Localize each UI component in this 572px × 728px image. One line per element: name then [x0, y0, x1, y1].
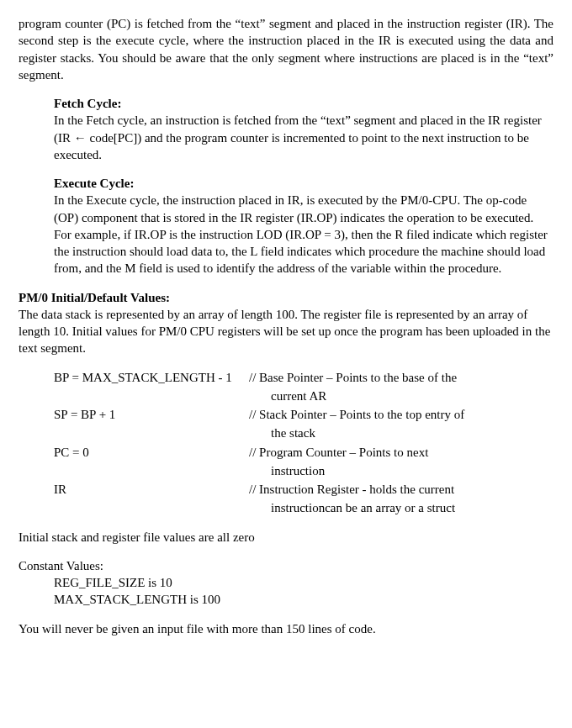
execute-title: Execute Cycle: [54, 175, 553, 192]
footer-text: You will never be given an input file wi… [19, 620, 553, 637]
pc-left: PC = 0 [54, 444, 249, 461]
bp-right2: current AR [249, 388, 553, 404]
bp-right1: // Base Pointer – Points to the base of … [249, 369, 553, 386]
pc-right1: // Program Counter – Points to next [249, 444, 553, 461]
bp-left: BP = MAX_STACK_LENGTH - 1 [54, 369, 249, 386]
execute-body: In the Execute cycle, the instruction pl… [54, 192, 553, 277]
constants-line1: REG_FILE_SIZE is 10 [54, 574, 553, 591]
fetch-body: In the Fetch cycle, an instruction is fe… [54, 112, 553, 163]
ir-right2: instructioncan be an array or a struct [249, 499, 553, 516]
post-table-text: Initial stack and register file values a… [19, 529, 553, 546]
initial-body: The data stack is represented by an arra… [19, 306, 553, 357]
fetch-title: Fetch Cycle: [54, 95, 553, 112]
initial-title: PM/0 Initial/Default Values: [19, 291, 170, 304]
constants-line2: MAX_STACK_LENGTH is 100 [54, 591, 553, 608]
sp-right1: // Stack Pointer – Points to the top ent… [249, 406, 553, 423]
ir-left: IR [54, 481, 249, 498]
intro-paragraph: program counter (PC) is fetched from the… [19, 15, 553, 83]
sp-right2: the stack [249, 425, 553, 441]
pc-right2: instruction [249, 462, 553, 479]
sp-left: SP = BP + 1 [54, 406, 249, 423]
register-table: BP = MAX_STACK_LENGTH - 1 // Base Pointe… [54, 369, 553, 517]
ir-right1: // Instruction Register - holds the curr… [249, 481, 553, 498]
constants-title: Constant Values: [19, 557, 553, 574]
